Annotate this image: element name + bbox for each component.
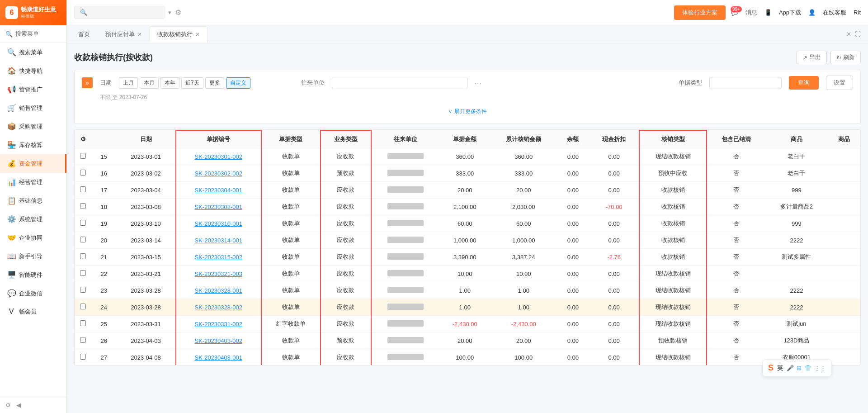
sidebar-search-menu[interactable]: 🔍 搜索菜单 (0, 25, 66, 43)
row-checkbox[interactable] (80, 186, 86, 192)
cell-verified: 1,000.00 (491, 232, 557, 249)
doc-no-link[interactable]: SK-20230403-002 (195, 337, 243, 344)
row-checkbox[interactable] (80, 337, 86, 343)
customer-filter-input[interactable] (332, 77, 467, 89)
tabs-close-all-icon[interactable]: ✕ (846, 31, 851, 38)
tab-receipt[interactable]: 收款核销执行 ✕ (150, 26, 208, 43)
doc-no-link[interactable]: SK-20230302-002 (195, 170, 243, 177)
settings-button[interactable]: 设置 (826, 76, 853, 90)
cell-include-settled: 否 (707, 165, 765, 182)
industry-solution-button[interactable]: 体验行业方案 (674, 5, 726, 20)
voucher-type-select[interactable] (709, 77, 782, 89)
date-custom[interactable]: 自定义 (226, 77, 250, 89)
sidebar-item-finance[interactable]: 💰 资金管理 (0, 154, 66, 173)
cell-settings[interactable] (75, 165, 91, 182)
filter-arrow-button[interactable]: » (82, 77, 93, 88)
doc-no-link[interactable]: SK-20230308-001 (195, 204, 243, 210)
sidebar-item-purchase[interactable]: 📦 采购管理 (0, 117, 66, 136)
app-download-label[interactable]: App下载 (779, 9, 801, 17)
sidebar-item-member[interactable]: V 畅会员 (0, 303, 66, 321)
sidebar-item-search[interactable]: 🔍 搜索菜单 (0, 43, 66, 62)
sidebar-collapse-icon[interactable]: ◀ (16, 402, 21, 408)
query-button[interactable]: 查询 (789, 76, 819, 90)
tab-home[interactable]: 首页 (71, 26, 98, 43)
cell-settings[interactable] (75, 282, 91, 299)
sidebar-bottom: ⚙ ◀ (0, 397, 66, 413)
cell-settings[interactable] (75, 232, 91, 249)
row-checkbox[interactable] (80, 253, 86, 259)
message-badge[interactable]: 💬 99+ (731, 9, 738, 16)
cell-settings[interactable] (75, 148, 91, 165)
date-last-7-days[interactable]: 近7天 (181, 77, 203, 89)
row-checkbox[interactable] (80, 203, 86, 209)
logo-sub-text: 标推版 (21, 13, 56, 19)
cell-seq: 19 (91, 215, 116, 232)
cell-settings[interactable] (75, 332, 91, 349)
refresh-button[interactable]: ↻ 刷新 (830, 51, 861, 64)
cell-settings[interactable] (75, 349, 91, 366)
sidebar-item-operation[interactable]: 📊 经营管理 (0, 173, 66, 191)
tab-payable-close[interactable]: ✕ (137, 31, 142, 38)
doc-no-link[interactable]: SK-20230321-003 (195, 271, 243, 277)
sidebar-item-wechat[interactable]: 💬 企业微信 (0, 284, 66, 303)
tab-payable[interactable]: 预付应付单 ✕ (98, 26, 150, 43)
cell-include-settled: 否 (707, 215, 765, 232)
date-this-year[interactable]: 本年 (160, 77, 179, 89)
sidebar-item-quicknav[interactable]: 🏠 快捷导航 (0, 62, 66, 80)
doc-no-link[interactable]: SK-20230315-002 (195, 254, 243, 261)
sidebar-item-hardware[interactable]: 🖥️ 智能硬件 (0, 266, 66, 284)
doc-no-link[interactable]: SK-20230304-001 (195, 187, 243, 194)
cell-product: 老白干 (765, 165, 828, 182)
cell-settings[interactable] (75, 316, 91, 332)
user-name[interactable]: Rit (854, 9, 861, 16)
sidebar-item-marketing[interactable]: 📢 营销推广 (0, 80, 66, 99)
doc-no-link[interactable]: SK-20230314-001 (195, 237, 243, 244)
sidebar-item-basic[interactable]: 📋 基础信息 (0, 191, 66, 210)
service-label[interactable]: 在线客服 (823, 9, 846, 17)
cell-amount: 1,000.00 (439, 232, 491, 249)
doc-no-link[interactable]: SK-20230331-002 (195, 321, 243, 328)
topbar-gear-icon[interactable]: ⚙ (175, 8, 181, 17)
sidebar-item-system[interactable]: ⚙️ 系统管理 (0, 210, 66, 228)
cell-settings[interactable] (75, 299, 91, 316)
row-checkbox[interactable] (80, 153, 86, 159)
doc-no-link[interactable]: SK-20230328-002 (195, 304, 243, 311)
doc-no-link[interactable]: SK-20230301-002 (195, 153, 243, 160)
cell-settings[interactable] (75, 199, 91, 215)
cell-settings[interactable] (75, 182, 91, 199)
expand-more-conditions[interactable]: ∨ 展开更多条件 (82, 105, 853, 118)
row-checkbox[interactable] (80, 237, 86, 242)
sidebar-icon-finance: 💰 (7, 159, 15, 168)
row-checkbox[interactable] (80, 287, 86, 293)
sidebar-item-guide[interactable]: 📖 新手引导 (0, 247, 66, 266)
row-checkbox[interactable] (80, 170, 86, 176)
cell-settings[interactable] (75, 215, 91, 232)
topbar-search-box[interactable]: 🔍 (74, 6, 165, 19)
row-checkbox[interactable] (80, 270, 86, 276)
sidebar-label-finance: 资金管理 (19, 160, 42, 168)
table-scroll-area[interactable]: ⚙ 日期 单据编号 单据类型 业务类型 往来单位 单据金额 累计核销金额 余额 … (75, 130, 860, 365)
doc-no-link[interactable]: SK-20230408-001 (195, 354, 243, 361)
row-checkbox[interactable] (80, 320, 86, 326)
topbar-dropdown-icon[interactable]: ▾ (168, 9, 171, 16)
sidebar-item-inventory[interactable]: 🏪 库存核算 (0, 136, 66, 154)
sidebar-item-enterprise[interactable]: 🤝 企业协同 (0, 228, 66, 247)
doc-no-link[interactable]: SK-20230310-001 (195, 220, 243, 227)
cell-settings[interactable] (75, 249, 91, 266)
row-checkbox[interactable] (80, 220, 86, 226)
cell-settings[interactable] (75, 266, 91, 282)
topbar-search-area: 🔍 ▾ ⚙ (74, 6, 669, 19)
cell-balance: 0.00 (557, 165, 590, 182)
row-checkbox[interactable] (80, 354, 86, 360)
col-header-settings[interactable]: ⚙ (75, 130, 91, 148)
tab-receipt-close[interactable]: ✕ (195, 31, 200, 38)
sidebar-item-sales[interactable]: 🛒 销售管理 (0, 99, 66, 117)
date-this-month[interactable]: 本月 (140, 77, 159, 89)
tabs-expand-icon[interactable]: ⛶ (855, 31, 861, 38)
sidebar-settings-icon[interactable]: ⚙ (5, 402, 11, 408)
doc-no-link[interactable]: SK-20230328-001 (195, 287, 243, 294)
date-more[interactable]: 更多 (205, 77, 224, 89)
date-last-month[interactable]: 上月 (119, 77, 138, 89)
row-checkbox[interactable] (80, 304, 86, 309)
export-button[interactable]: ↗ 导出 (797, 51, 827, 64)
